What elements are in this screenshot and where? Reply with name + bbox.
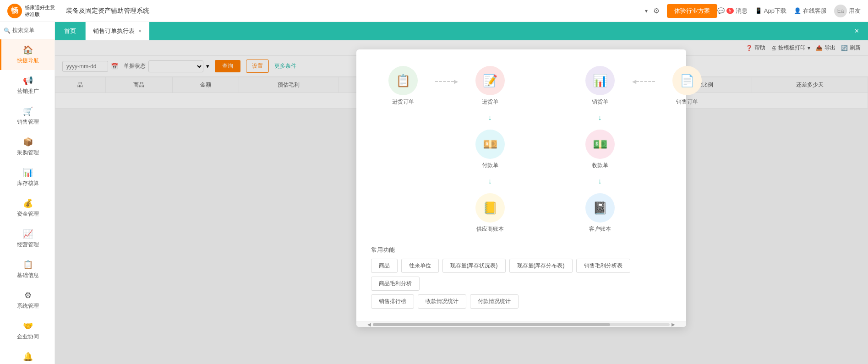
func-btn-sales-rank[interactable]: 销售排行榜 — [371, 294, 414, 309]
func-buttons-row1: 商品 往来单位 现存量(库存状况表) 现存量(库存分布表) 销售毛利分析表 商品… — [371, 259, 671, 291]
sidebar-item-quick-nav[interactable]: 🏠 快捷导航 — [0, 39, 55, 70]
logo-area: 畅 畅康通好生意 标准版 — [7, 4, 62, 18]
tab-label: 销售订单执行表 — [93, 27, 135, 35]
sidebar-item-system[interactable]: ⚙ 系统管理 — [0, 285, 55, 315]
user-name-label: 用友 — [849, 7, 861, 15]
tab-close-main[interactable]: × — [849, 27, 864, 35]
sidebar-item-label: 销售管理 — [17, 118, 39, 126]
online-service-label: 在线客服 — [803, 7, 827, 15]
flow-node-sales-order[interactable]: 📄 销售订单 — [669, 60, 705, 111]
flow-node-receipt[interactable]: 💵 收款单 — [582, 124, 618, 175]
scroll-left-btn[interactable]: ◀ — [366, 322, 373, 327]
inventory-icon: 📊 — [23, 168, 33, 178]
tab-close-icon[interactable]: × — [138, 28, 142, 34]
down-arrow-rec: ↓ — [598, 177, 602, 185]
sales-icon: 🛒 — [23, 106, 33, 116]
arrow-so-to-sb: ◀ — [632, 78, 655, 94]
logo-icon: 畅 — [7, 4, 22, 18]
modal-scrollbar: ◀ ▶ — [356, 321, 686, 327]
settings-icon[interactable]: ⚙ — [653, 6, 660, 15]
func-btn-product-profit[interactable]: 商品毛利分析 — [371, 277, 420, 291]
sidebar-item-sales[interactable]: 🛒 销售管理 — [0, 101, 55, 131]
flow-node-supplier-ledger[interactable]: 📒 供应商账本 — [472, 188, 508, 239]
scrollbar-track[interactable] — [373, 323, 670, 326]
message-label: 消息 — [736, 7, 748, 15]
tab-bar: 首页 销售订单执行表 × × — [55, 22, 868, 40]
purchase-bill-circle: 📝 — [475, 66, 505, 95]
down-arrow-pb: ↓ — [488, 114, 492, 122]
func-btn-product[interactable]: 商品 — [371, 259, 398, 273]
tab-sales-order[interactable]: 销售订单执行表 × — [86, 22, 149, 40]
sidebar-item-marketing[interactable]: 📢 营销推广 — [0, 70, 55, 101]
app-download-label: App下载 — [764, 7, 786, 15]
func-btn-stock-status[interactable]: 现存量(库存状况表) — [442, 259, 506, 273]
receipt-label: 收款单 — [592, 162, 608, 169]
supplier-ledger-circle: 📒 — [475, 193, 505, 223]
sidebar-item-label: 营销推广 — [17, 87, 39, 95]
payment-circle: 💴 — [475, 130, 505, 159]
flow-node-purchase-order[interactable]: 📋 进货订单 — [385, 60, 421, 111]
dropdown-icon[interactable]: ▾ — [645, 8, 648, 14]
experience-button[interactable]: 体验行业方案 — [667, 4, 717, 18]
scroll-right-btn[interactable]: ▶ — [670, 322, 677, 327]
sidebar-item-label: 基础信息 — [17, 272, 39, 279]
message-button[interactable]: 💬 5 消息 — [717, 7, 748, 15]
sidebar-search[interactable]: 🔍 搜索菜单 — [0, 22, 55, 39]
sales-order-circle: 📄 — [672, 66, 702, 95]
logo-text: 畅康通好生意 标准版 — [25, 4, 55, 17]
sidebar-item-label: 采购管理 — [17, 149, 39, 157]
modal-overlay: 📋 进货订单 ▶ — [55, 40, 868, 364]
customer-ledger-label: 客户账本 — [589, 225, 611, 233]
flow-node-customer-ledger[interactable]: 📓 客户账本 — [582, 188, 618, 239]
func-btn-contacts[interactable]: 往来单位 — [401, 259, 439, 273]
arrow-po-to-pb: ▶ — [435, 78, 458, 94]
supplier-ledger-label: 供应商账本 — [476, 225, 504, 233]
sidebar-item-purchase[interactable]: 📦 采购管理 — [0, 131, 55, 162]
tab-home[interactable]: 首页 — [55, 22, 86, 40]
flow-node-payment[interactable]: 💴 付款单 — [472, 124, 508, 175]
sidebar-item-label: 资金管理 — [17, 210, 39, 218]
page-content: ❓ 帮助 🖨 按模板打印 ▾ 📤 导出 🔄 刷新 — [55, 40, 868, 364]
phone-icon: 📱 — [755, 7, 762, 14]
sidebar-item-label: 企业协同 — [17, 333, 39, 341]
sidebar-item-label: 快捷导航 — [17, 57, 39, 65]
func-btn-stock-dist[interactable]: 现存量(库存分布表) — [509, 259, 573, 273]
sidebar-item-label: 经营管理 — [17, 241, 39, 249]
sidebar-item-basic-info[interactable]: 📋 基础信息 — [0, 254, 55, 285]
receipt-circle: 💵 — [585, 130, 615, 159]
search-icon: 🔍 — [4, 27, 11, 34]
func-btn-receipt-stats[interactable]: 收款情况统计 — [418, 294, 466, 309]
sales-bill-label: 销货单 — [592, 98, 608, 106]
online-service-button[interactable]: 👤 在线客服 — [794, 7, 827, 15]
down-arrow-pay: ↓ — [488, 177, 492, 185]
guide-icon: 🔔 — [23, 352, 33, 362]
sidebar-item-cooperation[interactable]: 🤝 企业协同 — [0, 315, 55, 346]
message-icon: 💬 — [717, 7, 725, 14]
flow-node-sales-bill[interactable]: 📊 销货单 — [582, 60, 618, 111]
user-menu-button[interactable]: Ea 用友 — [834, 5, 861, 17]
sidebar: 🔍 搜索菜单 🏠 快捷导航 📢 营销推广 🛒 销售管理 📦 采购管理 📊 库存核… — [0, 22, 55, 364]
finance-icon: 💰 — [23, 198, 33, 208]
func-btn-sales-profit[interactable]: 销售毛利分析表 — [576, 259, 630, 273]
header-actions: 💬 5 消息 📱 App下载 👤 在线客服 Ea 用友 — [717, 5, 861, 17]
sidebar-item-finance[interactable]: 💰 资金管理 — [0, 193, 55, 223]
modal-box: 📋 进货订单 ▶ — [356, 49, 686, 327]
flow-node-purchase-bill[interactable]: 📝 进货单 — [472, 60, 508, 111]
system-title: 装备及固定资产辅助管理系统 — [66, 7, 643, 15]
sidebar-item-guide[interactable]: 🔔 新手引导 — [0, 346, 55, 364]
sales-order-label: 销售订单 — [676, 98, 698, 106]
purchase-order-circle: 📋 — [388, 66, 418, 95]
sidebar-item-operations[interactable]: 📈 经营管理 — [0, 223, 55, 254]
sidebar-item-inventory[interactable]: 📊 库存核算 — [0, 162, 55, 193]
func-btn-payment-stats[interactable]: 付款情况统计 — [470, 294, 519, 309]
main-layout: 🔍 搜索菜单 🏠 快捷导航 📢 营销推广 🛒 销售管理 📦 采购管理 📊 库存核… — [0, 22, 868, 364]
customer-ledger-circle: 📓 — [585, 193, 615, 223]
func-buttons-row2: 销售排行榜 收款情况统计 付款情况统计 — [371, 294, 671, 309]
user-avatar: Ea — [834, 5, 847, 17]
app-download-button[interactable]: 📱 App下载 — [755, 7, 786, 15]
purchase-icon: 📦 — [23, 137, 33, 147]
down-arrow-sb: ↓ — [598, 114, 602, 122]
system-icon: ⚙ — [24, 290, 32, 300]
common-functions-title: 常用功能 — [371, 246, 671, 254]
quick-nav-icon: 🏠 — [23, 45, 33, 55]
